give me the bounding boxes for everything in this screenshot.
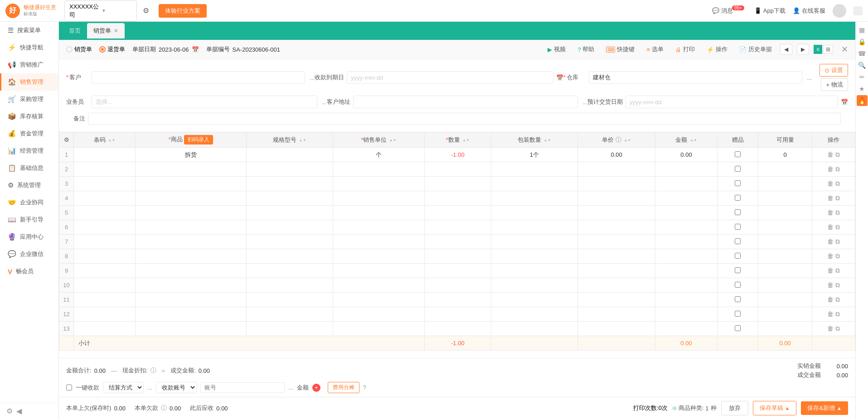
sidebar-item-operations[interactable]: 📊 经营管理 — [0, 142, 58, 159]
sidebar-item-enterprise[interactable]: 🤝 企业协同 — [0, 194, 58, 211]
row-unit-price[interactable] — [577, 162, 655, 177]
right-sidebar-panel6[interactable]: ★ — [857, 83, 868, 94]
row-quantity[interactable]: -1.00 — [424, 148, 491, 162]
delivery-date-input[interactable]: yyyy-mm-dd — [626, 96, 838, 108]
abandon-button[interactable]: 放弃 — [721, 401, 748, 415]
one-click-pay-label[interactable]: 一键收款 — [76, 384, 99, 392]
debt-info-icon[interactable]: ⓘ — [161, 404, 167, 412]
sidebar-item-inventory[interactable]: 📦 库存核算 — [0, 108, 58, 125]
sidebar-item-purchase[interactable]: 🛒 采购管理 — [0, 91, 58, 108]
sidebar-item-wecom[interactable]: 💬 企业微信 — [0, 246, 58, 263]
radio-sales-order[interactable]: 销货单 — [66, 45, 92, 53]
sidebar-item-basic-info[interactable]: 📋 基础信息 — [0, 159, 58, 177]
account-number-input[interactable] — [200, 382, 285, 393]
row-pack-qty[interactable]: 1个 — [491, 148, 577, 162]
copy-icon[interactable]: ⧉ — [835, 209, 840, 217]
one-click-pay-checkbox[interactable] — [66, 385, 72, 390]
right-sidebar-panel7[interactable]: 🔥 — [857, 95, 868, 106]
add-payment-button[interactable]: + — [312, 384, 320, 392]
copy-icon[interactable]: ⧉ — [835, 252, 840, 260]
message-button[interactable]: 💬 消息 99+ — [712, 7, 747, 15]
delete-icon[interactable]: 🗑 — [827, 310, 834, 318]
row-gift[interactable] — [717, 162, 758, 177]
delete-icon[interactable]: 🗑 — [827, 325, 834, 332]
row-pack-qty[interactable] — [491, 162, 577, 177]
product-count-icon[interactable]: ⊙ — [672, 405, 677, 411]
due-date-input[interactable]: yyyy-mm-dd — [347, 71, 553, 84]
radio-return-order[interactable]: 退货单 — [99, 45, 125, 53]
sidebar-settings-icon[interactable]: ⚙ — [6, 407, 13, 415]
copy-row-icon[interactable]: ⧉ — [835, 165, 840, 173]
calendar-icon[interactable]: 📅 — [192, 46, 199, 53]
prev-record-button[interactable]: ◀ — [780, 44, 792, 55]
right-sidebar-panel2[interactable]: 🔒 — [857, 36, 868, 47]
due-date-calendar-icon[interactable]: 📅 — [556, 74, 563, 81]
delete-icon[interactable]: 🗑 — [827, 281, 834, 289]
copy-icon[interactable]: ⧉ — [835, 281, 840, 289]
close-doc-button[interactable]: ✕ — [841, 44, 848, 54]
delete-icon[interactable]: 🗑 — [827, 252, 834, 260]
copy-icon[interactable]: ⧉ — [835, 180, 840, 188]
trial-button[interactable]: 体验行业方案 — [159, 4, 207, 18]
avatar[interactable] — [833, 4, 846, 18]
unit-price-info-icon[interactable]: ⓘ — [616, 136, 621, 143]
sidebar-item-quick-nav[interactable]: ⚡ 快捷导航 — [0, 39, 58, 56]
shortcut-button[interactable]: ⌨ 快捷键 — [602, 43, 638, 55]
row-unit-price[interactable]: 0.00 — [577, 148, 655, 162]
logistics-button[interactable]: + 物流 — [821, 78, 848, 91]
copy-icon[interactable]: ⧉ — [835, 267, 840, 275]
sidebar-item-finance[interactable]: 💰 资金管理 — [0, 125, 58, 142]
history-button[interactable]: 📄 历史单据 — [736, 43, 776, 55]
sidebar-collapse-icon[interactable]: ◀ — [16, 407, 22, 415]
print-button[interactable]: 🖨 打印 — [672, 43, 698, 55]
delete-row-icon[interactable]: 🗑 — [827, 165, 834, 173]
select-order-button[interactable]: ≡ 选单 — [643, 43, 667, 55]
grid-view-button[interactable]: ⊞ — [823, 45, 833, 54]
save-draft-button[interactable]: 保存草稿 ▲ — [753, 401, 797, 415]
operate-button[interactable]: ⚡ 操作 — [703, 43, 731, 55]
sidebar-item-app-center[interactable]: 🔮 应用中心 — [0, 228, 58, 246]
copy-icon[interactable]: ⧉ — [835, 223, 840, 231]
help-button[interactable]: ? 帮助 — [574, 43, 598, 55]
right-sidebar-panel5[interactable]: ✏ — [857, 72, 868, 82]
company-selector[interactable]: XXXXXX公司 ▼ — [64, 0, 137, 21]
customer-input[interactable] — [92, 71, 305, 84]
tab-sales-order[interactable]: 销货单 ✕ — [87, 23, 125, 39]
video-button[interactable]: ▶ 视频 — [544, 43, 569, 55]
sidebar-item-marketing[interactable]: 📢 营销推广 — [0, 56, 58, 73]
right-sidebar-panel4[interactable]: 🔍 — [857, 60, 868, 71]
customer-dots[interactable]: ... — [310, 74, 315, 81]
row-spec[interactable] — [246, 162, 333, 177]
row-amount[interactable]: 0.00 — [655, 148, 717, 162]
row-unit[interactable] — [333, 162, 424, 177]
scan-button[interactable]: 扫码录入 — [184, 135, 213, 144]
delivery-date-calendar-icon[interactable]: 📅 — [841, 99, 848, 106]
sidebar-item-search[interactable]: ☰ 搜索菜单 — [0, 22, 58, 39]
row-unit[interactable]: 个 — [333, 148, 424, 162]
salesperson-input[interactable]: 选择... — [92, 96, 317, 108]
delete-icon[interactable]: 🗑 — [827, 223, 834, 231]
calc-method-select[interactable]: 结算方式 — [103, 382, 144, 393]
copy-row-icon[interactable]: ⧉ — [835, 151, 840, 159]
copy-icon[interactable]: ⧉ — [835, 296, 840, 303]
sidebar-item-system[interactable]: ⚙ 系统管理 — [0, 177, 58, 194]
sidebar-item-guide[interactable]: 📖 新手引导 — [0, 211, 58, 228]
delete-icon[interactable]: 🗑 — [827, 267, 834, 275]
notes-input[interactable] — [88, 113, 841, 125]
row-spec[interactable] — [246, 148, 333, 162]
copy-icon[interactable]: ⧉ — [835, 194, 840, 202]
calc-method-dots[interactable]: ... — [147, 384, 152, 391]
delete-row-icon[interactable]: 🗑 — [827, 151, 834, 159]
right-sidebar-panel3[interactable]: ☎ — [857, 48, 868, 59]
salesperson-dots[interactable]: ... — [322, 99, 327, 106]
row-barcode[interactable] — [74, 148, 136, 162]
sidebar-item-member[interactable]: V 畅会员 — [0, 263, 58, 280]
warehouse-dots[interactable]: ... — [807, 74, 812, 81]
right-sidebar-panel1[interactable]: ▦ — [857, 24, 868, 35]
form-settings-button[interactable]: ⊙ 设置 — [820, 64, 848, 77]
save-new-button[interactable]: 保存&新增 ▲ — [801, 401, 848, 415]
delete-icon[interactable]: 🗑 — [827, 238, 834, 246]
row-product[interactable]: 拆货 — [136, 148, 247, 162]
expense-split-button[interactable]: 费用分摊 — [328, 382, 359, 393]
account-dots[interactable]: ... — [288, 384, 293, 391]
